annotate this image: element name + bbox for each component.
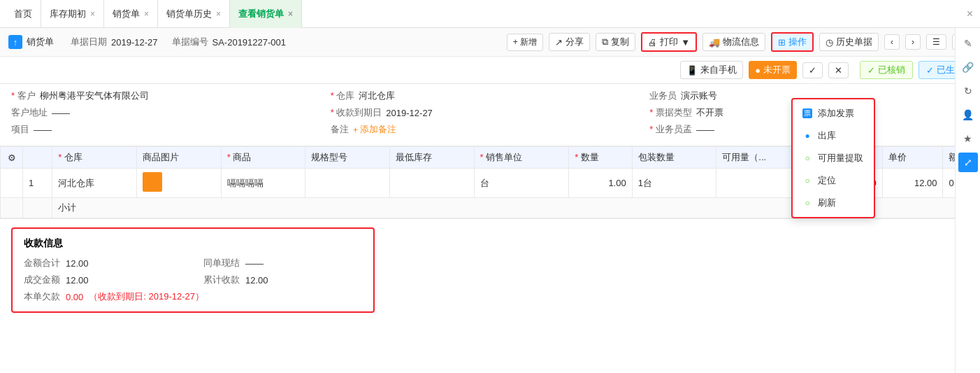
row-quantity: 1.00 xyxy=(569,169,632,198)
right-sidebar: ✎ 🔗 ↻ 👤 ★ ⤢ xyxy=(955,28,980,373)
transaction-amount-value: 12.00 xyxy=(66,275,89,286)
customer-field: 客户 柳州粤港平安气体有限公司 xyxy=(11,90,331,102)
doc-number-field: 单据编号 SA-20191227-001 xyxy=(172,36,287,48)
row-warehouse: 河北仓库 xyxy=(52,169,137,198)
new-button[interactable]: + 新增 xyxy=(507,34,543,51)
print-icon: 🖨 xyxy=(648,37,657,48)
check-circle-blue-icon: ✓ xyxy=(926,65,934,76)
not-open-button[interactable]: ● 未开票 xyxy=(749,61,797,79)
prev-button[interactable]: ‹ xyxy=(884,34,900,50)
logistics-button[interactable]: 🚚 物流信息 xyxy=(702,33,765,51)
truck-icon: 🚚 xyxy=(709,37,720,48)
col-product: 商品 xyxy=(221,147,305,169)
cumulative-receipt-label: 累计收款 xyxy=(203,274,240,286)
phone-icon: 📱 xyxy=(686,65,698,76)
balance-row: 本单欠款 0.00 （收款到期日: 2019-12-27） xyxy=(24,290,362,303)
customer-label: 客户 xyxy=(11,90,36,102)
col-min-stock: 最低库存 xyxy=(389,147,474,169)
warehouse-value: 河北仓库 xyxy=(359,90,395,102)
sidebar-link-icon[interactable]: 🔗 xyxy=(958,57,978,77)
close-sales-tab[interactable]: × xyxy=(144,9,149,19)
note-field: 备注 + 添加备注 xyxy=(331,123,650,136)
row-min-stock xyxy=(389,169,474,198)
main-content: ↑ 销货单 单据日期 2019-12-27 单据编号 SA-20191227-0… xyxy=(0,28,980,373)
payment-info-box: 收款信息 金额合计 12.00 同单现结 —— 成交金额 12.00 累计收款 … xyxy=(11,227,375,313)
sidebar-rotate-icon[interactable]: ↻ xyxy=(958,81,978,101)
locate-item[interactable]: ○ 定位 xyxy=(793,169,874,192)
operation-button[interactable]: ⊞ 操作 xyxy=(771,32,814,52)
document-header: ↑ 销货单 单据日期 2019-12-27 单据编号 SA-20191227-0… xyxy=(0,28,980,57)
due-date-label: 收款到期日 xyxy=(331,106,382,119)
document-title: ↑ 销货单 xyxy=(8,35,54,49)
share-icon: ↗ xyxy=(555,37,563,48)
print-button[interactable]: 🖨 打印 ▼ xyxy=(641,32,697,52)
sidebar-edit-icon[interactable]: ✎ xyxy=(958,34,978,53)
col-unit-price: 单价 xyxy=(882,147,943,169)
col-spec: 规格型号 xyxy=(305,147,390,169)
global-close-button[interactable]: × xyxy=(967,8,973,20)
due-date-value: 2019-12-27 xyxy=(386,108,433,118)
tab-sales-history[interactable]: 销货单历史 × xyxy=(158,0,230,28)
copy-button[interactable]: ⧉ 复制 xyxy=(596,33,635,51)
same-order-settlement-value: —— xyxy=(245,258,264,269)
tab-view-sales-order[interactable]: 查看销货单 × xyxy=(230,0,302,28)
tab-bar: 首页 库存期初 × 销货单 × 销货单历史 × 查看销货单 × × xyxy=(0,0,980,28)
bottom-section: 收款信息 金额合计 12.00 同单现结 —— 成交金额 12.00 累计收款 … xyxy=(0,218,980,321)
col-product-img: 商品图片 xyxy=(137,147,222,169)
confirm-button[interactable]: ✓ xyxy=(802,62,823,78)
available-qty-icon: ○ xyxy=(802,153,812,163)
grid-icon: ⊞ xyxy=(778,37,786,48)
check-icon: ✓ xyxy=(809,65,816,76)
share-button[interactable]: ↗ 分享 xyxy=(549,33,590,51)
outbound-item[interactable]: ● 出库 xyxy=(793,125,874,147)
subtotal-gear xyxy=(1,198,23,218)
add-invoice-item[interactable]: 票 添加发票 xyxy=(793,102,874,125)
check-circle-icon: ✓ xyxy=(867,65,875,76)
same-order-settlement-label: 同单现结 xyxy=(203,257,240,269)
tab-inventory-init[interactable]: 库存期初 × xyxy=(41,0,104,28)
close-inventory-tab[interactable]: × xyxy=(90,9,95,19)
next-button[interactable]: › xyxy=(905,34,921,50)
subtotal-num xyxy=(23,198,52,218)
staff-label: 业务员 xyxy=(649,90,677,102)
col-warehouse: 仓库 xyxy=(52,147,137,169)
add-note-button[interactable]: + 添加备注 xyxy=(353,123,397,136)
project-value: —— xyxy=(34,125,52,135)
total-amount-row: 金额合计 12.00 xyxy=(24,257,182,269)
row-num: 1 xyxy=(23,169,52,198)
project-field: 项目 —— xyxy=(11,123,331,136)
total-amount-label: 金额合计 xyxy=(24,257,60,269)
project-label: 项目 xyxy=(11,123,29,136)
transaction-amount-row: 成交金额 12.00 xyxy=(24,274,182,286)
close-view-tab[interactable]: × xyxy=(288,9,293,19)
list-view-button[interactable]: ☰ xyxy=(926,34,946,50)
circle-icon: ● xyxy=(755,65,761,76)
warehouse-field: 仓库 河北仓库 xyxy=(331,90,650,102)
operation-dropdown: 票 添加发票 ● 出库 ○ 可用量提取 ○ 定位 ○ 刷新 xyxy=(791,98,875,218)
col-gear[interactable]: ⚙ xyxy=(1,147,23,169)
locate-icon: ○ xyxy=(802,176,812,185)
available-qty-item[interactable]: ○ 可用量提取 xyxy=(793,147,874,169)
document-meta: 单据日期 2019-12-27 单据编号 SA-20191227-001 xyxy=(71,36,507,48)
cancelled-status-btn[interactable]: ✓ 已核销 xyxy=(860,61,913,79)
tab-home[interactable]: 首页 xyxy=(6,0,41,28)
close-history-tab[interactable]: × xyxy=(216,9,221,19)
action-toolbar: + 新增 ↗ 分享 ⧉ 复制 🖨 打印 ▼ 🚚 物流信息 ⊞ 操作 xyxy=(507,32,972,52)
refresh-item[interactable]: ○ 刷新 xyxy=(793,192,874,214)
row-package-qty: 1台 xyxy=(632,169,716,198)
sidebar-expand-icon[interactable]: ⤢ xyxy=(958,153,978,172)
customer-value: 柳州粤港平安气体有限公司 xyxy=(40,90,149,102)
sidebar-star-icon[interactable]: ★ xyxy=(958,129,978,148)
balance-note: （收款到期日: 2019-12-27） xyxy=(89,290,204,303)
warehouse-label: 仓库 xyxy=(331,90,355,102)
history-button[interactable]: ◷ 历史单据 xyxy=(819,33,879,51)
row-product: 嗝嗝嗝嗝 xyxy=(221,169,305,198)
total-amount-value: 12.00 xyxy=(66,258,89,269)
tab-sales-order[interactable]: 销货单 × xyxy=(104,0,158,28)
col-sales-unit: 销售单位 xyxy=(474,147,569,169)
sidebar-user-icon[interactable]: 👤 xyxy=(958,105,978,125)
cancel-button[interactable]: ✕ xyxy=(828,62,849,78)
from-phone-button[interactable]: 📱 来自手机 xyxy=(680,61,743,79)
salesperson-value: —— xyxy=(696,125,714,135)
refresh-icon: ○ xyxy=(802,198,812,208)
